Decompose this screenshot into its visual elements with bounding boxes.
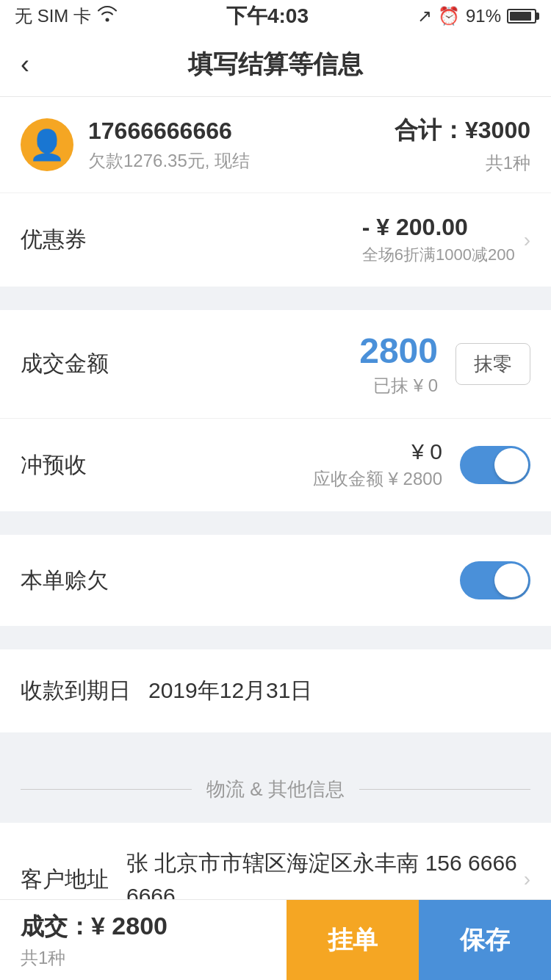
logistics-text: 物流 & 其他信息 (206, 777, 345, 802)
separator-4 (0, 744, 551, 756)
prepay-amount-value: ¥ 0 (313, 439, 442, 464)
separator-1 (0, 298, 551, 310)
bottom-count: 共1种 (21, 946, 266, 970)
credit-label: 本单赊欠 (21, 566, 109, 596)
bottom-deal-label: 成交：¥ 2800 (21, 911, 266, 943)
coupon-row[interactable]: 优惠券 - ¥ 200.00 全场6折满1000减200 › (0, 193, 551, 287)
battery-percent: 91% (466, 6, 501, 26)
coupon-detail: 全场6折满1000减200 (362, 244, 515, 266)
wifi-icon (97, 6, 118, 26)
credit-section: 本单赊欠 (0, 535, 551, 626)
save-button[interactable]: 保存 (419, 900, 551, 981)
customer-section: 👤 17666666666 欠款1276.35元, 现结 合计：¥3000 共1… (0, 97, 551, 287)
deal-amount-value: 2800 (359, 331, 438, 371)
logistics-line-left (21, 789, 192, 790)
due-date-label: 收款到期日 (21, 676, 131, 706)
customer-total: 合计：¥3000 共1种 (395, 115, 530, 175)
amount-section: 成交金额 2800 已抹 ¥ 0 抹零 冲预收 ¥ 0 应收金额 ¥ 2800 (0, 310, 551, 511)
deal-amount-row: 成交金额 2800 已抹 ¥ 0 抹零 (0, 310, 551, 419)
coupon-info: - ¥ 200.00 全场6折满1000减200 (362, 214, 515, 266)
customer-info: 17666666666 欠款1276.35元, 现结 (88, 118, 395, 173)
customer-debt: 欠款1276.35元, 现结 (88, 149, 395, 173)
prepay-toggle[interactable] (460, 446, 530, 484)
due-date-section: 收款到期日 2019年12月31日 (0, 649, 551, 732)
separator-2 (0, 523, 551, 535)
due-date-value: 2019年12月31日 (148, 676, 312, 706)
logistics-line-right (359, 789, 530, 790)
customer-row: 👤 17666666666 欠款1276.35元, 现结 合计：¥3000 共1… (0, 97, 551, 193)
round-button[interactable]: 抹零 (455, 343, 530, 385)
nav-bar: ‹ 填写结算等信息 (0, 32, 551, 97)
credit-toggle[interactable] (460, 561, 530, 599)
logistics-header: 物流 & 其他信息 (0, 756, 551, 823)
location-icon: ↗ (417, 6, 432, 26)
address-label: 客户地址 (21, 865, 109, 895)
alarm-icon: ⏰ (438, 6, 460, 26)
bottom-deal-amount: ¥ 2800 (91, 912, 168, 940)
status-left: 无 SIM 卡 (15, 4, 118, 28)
coupon-right: - ¥ 200.00 全场6折满1000减200 › (362, 214, 530, 266)
deal-amount-wrap: 2800 已抹 ¥ 0 (359, 331, 438, 397)
total-count: 共1种 (395, 151, 530, 175)
main-content: 👤 17666666666 欠款1276.35元, 现结 合计：¥3000 共1… (0, 97, 551, 980)
back-button[interactable]: ‹ (21, 49, 29, 80)
prepay-right: ¥ 0 应收金额 ¥ 2800 (313, 439, 530, 491)
prepay-row: 冲预收 ¥ 0 应收金额 ¥ 2800 (0, 419, 551, 511)
deal-right: 2800 已抹 ¥ 0 抹零 (359, 331, 530, 397)
toggle-knob (494, 448, 528, 482)
prepay-amount-wrap: ¥ 0 应收金额 ¥ 2800 (313, 439, 442, 491)
status-bar: 无 SIM 卡 下午4:03 ↗ ⏰ 91% (0, 0, 551, 32)
total-amount: 合计：¥3000 (395, 115, 530, 147)
address-chevron-icon: › (524, 868, 530, 891)
chevron-right-icon: › (524, 228, 530, 252)
coupon-label: 优惠券 (21, 225, 87, 255)
status-right: ↗ ⏰ 91% (417, 6, 536, 26)
prepay-label: 冲预收 (21, 450, 87, 480)
bottom-summary: 成交：¥ 2800 共1种 (0, 911, 287, 970)
separator-3 (0, 638, 551, 649)
coupon-discount: - ¥ 200.00 (362, 214, 515, 241)
due-date-row: 收款到期日 2019年12月31日 (0, 649, 551, 732)
customer-phone: 17666666666 (88, 118, 395, 145)
avatar-icon: 👤 (29, 128, 65, 162)
status-time: 下午4:03 (226, 2, 309, 30)
battery-icon (507, 9, 536, 24)
deal-amount-label: 成交金额 (21, 349, 109, 379)
deal-amount-sub: 已抹 ¥ 0 (359, 374, 438, 397)
prepay-sub: 应收金额 ¥ 2800 (313, 467, 442, 491)
avatar: 👤 (21, 118, 73, 171)
credit-toggle-knob (494, 563, 528, 597)
hold-button[interactable]: 挂单 (287, 900, 419, 981)
page-title: 填写结算等信息 (188, 48, 363, 82)
bottom-bar: 成交：¥ 2800 共1种 挂单 保存 (0, 899, 551, 980)
sim-label: 无 SIM 卡 (15, 4, 91, 28)
credit-row: 本单赊欠 (0, 535, 551, 626)
